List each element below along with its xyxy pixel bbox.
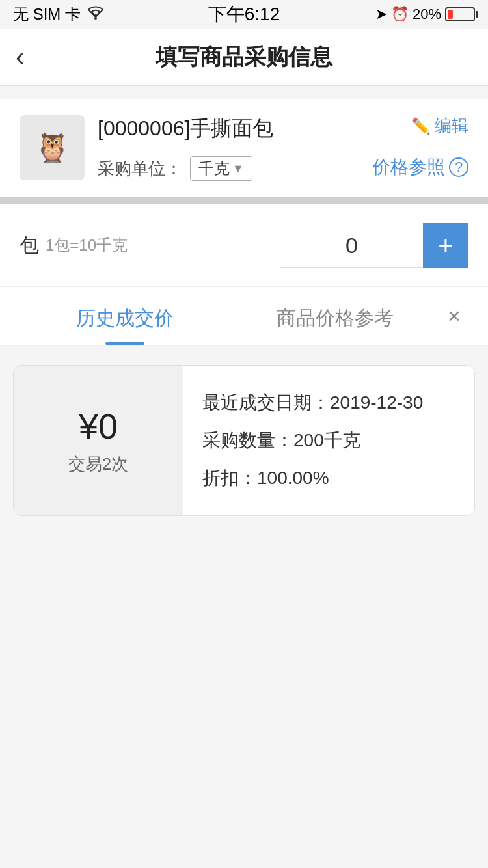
quantity-row: 包 1包=10千克 + bbox=[0, 204, 488, 287]
price-ref-help-icon: ? bbox=[449, 157, 468, 177]
battery-icon bbox=[445, 7, 475, 21]
section-divider bbox=[0, 197, 488, 204]
unit-selector[interactable]: 千克 ▼ bbox=[190, 156, 252, 181]
wifi-icon bbox=[86, 5, 105, 23]
price-amount: ¥0 bbox=[79, 406, 118, 446]
product-left: 🦉 [0000006]手撕面包 采购单位： 千克 ▼ bbox=[20, 115, 273, 181]
product-unit-row: 采购单位： 千克 ▼ bbox=[98, 156, 273, 181]
price-detail-discount: 折扣：100.00% bbox=[202, 465, 455, 492]
unit-conversion-hint: 1包=10千克 bbox=[46, 235, 128, 256]
discount-label: 折扣： bbox=[202, 468, 257, 488]
unit-dropdown-icon: ▼ bbox=[232, 162, 244, 176]
main-content: ¥0 交易2次 最近成交日期：2019-12-30 采购数量：200千克 折扣：… bbox=[0, 346, 488, 736]
quantity-controls: + bbox=[280, 223, 468, 268]
tab-bar: 历史成交价 商品价格参考 × bbox=[0, 287, 488, 346]
price-card-left: ¥0 交易2次 bbox=[14, 366, 183, 515]
product-card: 🦉 [0000006]手撕面包 采购单位： 千克 ▼ ✏️ 编辑 价格参照 bbox=[0, 99, 488, 197]
tab-reference-label: 商品价格参考 bbox=[277, 307, 394, 329]
price-card-right: 最近成交日期：2019-12-30 采购数量：200千克 折扣：100.00% bbox=[183, 366, 474, 515]
location-icon: ➤ bbox=[375, 6, 387, 23]
plus-icon: + bbox=[438, 231, 453, 260]
battery-fill bbox=[448, 10, 453, 19]
status-right: ➤ ⏰ 20% bbox=[375, 6, 475, 23]
quantity-detail-value: 200千克 bbox=[293, 430, 360, 450]
date-label: 最近成交日期： bbox=[202, 392, 330, 413]
edit-button[interactable]: ✏️ 编辑 bbox=[411, 115, 468, 137]
price-ref-label: 价格参照 bbox=[372, 155, 445, 180]
unit-label: 采购单位： bbox=[98, 157, 182, 180]
discount-value: 100.00% bbox=[257, 468, 329, 488]
product-right: ✏️ 编辑 价格参照 ? bbox=[372, 115, 468, 180]
tab-price-reference[interactable]: 商品价格参考 bbox=[230, 287, 440, 345]
price-card: ¥0 交易2次 最近成交日期：2019-12-30 采购数量：200千克 折扣：… bbox=[13, 365, 475, 516]
product-info: [0000006]手撕面包 采购单位： 千克 ▼ bbox=[98, 115, 273, 181]
price-reference-button[interactable]: 价格参照 ? bbox=[372, 155, 468, 180]
svg-point-0 bbox=[94, 17, 97, 20]
back-arrow-icon: ‹ bbox=[16, 42, 24, 72]
edit-label: 编辑 bbox=[435, 115, 468, 137]
package-label: 包 bbox=[20, 232, 39, 259]
carrier-text: 无 SIM 卡 bbox=[13, 4, 81, 25]
back-button[interactable]: ‹ bbox=[16, 42, 24, 72]
product-image-icon: 🦉 bbox=[34, 131, 70, 165]
page-title: 填写商品采购信息 bbox=[156, 42, 332, 72]
edit-icon: ✏️ bbox=[411, 117, 431, 135]
close-button[interactable]: × bbox=[440, 302, 468, 331]
price-detail-date: 最近成交日期：2019-12-30 bbox=[202, 389, 455, 416]
quantity-input[interactable] bbox=[280, 223, 423, 268]
tab-history-price[interactable]: 历史成交价 bbox=[20, 287, 230, 345]
quantity-plus-button[interactable]: + bbox=[423, 223, 468, 268]
status-time: 下午6:12 bbox=[208, 2, 280, 27]
product-name: [0000006]手撕面包 bbox=[98, 115, 273, 143]
date-value: 2019-12-30 bbox=[330, 392, 423, 413]
currency-symbol: ¥ bbox=[79, 407, 98, 446]
quantity-label: 包 1包=10千克 bbox=[20, 232, 128, 259]
price-value: 0 bbox=[98, 407, 118, 446]
unit-value: 千克 bbox=[198, 158, 230, 179]
price-detail-quantity: 采购数量：200千克 bbox=[202, 427, 455, 454]
status-bar: 无 SIM 卡 下午6:12 ➤ ⏰ 20% bbox=[0, 0, 488, 29]
price-trades-count: 交易2次 bbox=[68, 453, 128, 476]
battery-percent: 20% bbox=[413, 6, 441, 23]
close-icon: × bbox=[448, 303, 461, 329]
nav-bar: ‹ 填写商品采购信息 bbox=[0, 29, 488, 86]
product-header: 🦉 [0000006]手撕面包 采购单位： 千克 ▼ ✏️ 编辑 价格参照 bbox=[20, 115, 468, 181]
product-thumbnail: 🦉 bbox=[20, 115, 85, 180]
alarm-icon: ⏰ bbox=[391, 6, 409, 23]
quantity-detail-label: 采购数量： bbox=[202, 430, 293, 450]
tab-history-label: 历史成交价 bbox=[76, 307, 174, 329]
status-left: 无 SIM 卡 bbox=[13, 4, 105, 25]
